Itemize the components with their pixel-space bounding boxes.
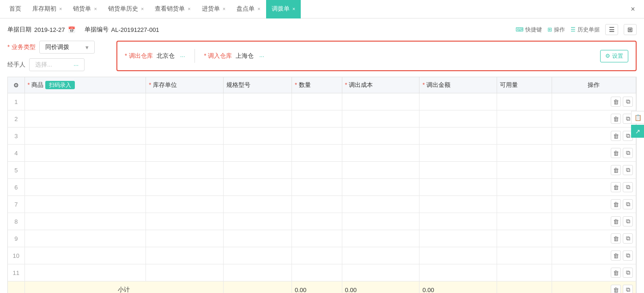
side-note-btn[interactable]: 📋 [631,111,644,124]
cell-5-3[interactable] [292,162,342,179]
cell-2-2[interactable] [223,110,292,128]
cell-4-2[interactable] [223,145,292,162]
grid-view-btn[interactable]: ⊞ [624,24,637,35]
side-export-btn[interactable]: ↗ [631,125,644,138]
cell-10-5[interactable] [419,247,497,264]
cell-1-6[interactable] [497,93,552,110]
cell-3-6[interactable] [497,128,552,145]
cell-5-2[interactable] [223,162,292,179]
delete-btn-6[interactable]: 🗑 [611,182,621,192]
cell-7-5[interactable] [419,196,497,213]
cell-4-5[interactable] [419,145,497,162]
copy-btn-9[interactable]: ⧉ [623,233,633,244]
cell-10-4[interactable] [342,247,419,264]
cell-7-1[interactable] [146,196,224,213]
cell-7-0[interactable] [24,196,146,213]
tab-close-inventory-init[interactable]: × [59,6,62,12]
copy-btn-4[interactable]: ⧉ [623,148,633,158]
cell-9-1[interactable] [146,230,224,247]
window-close-button[interactable]: × [626,2,640,17]
tab-sales-history[interactable]: 销货单历史 × [103,0,149,18]
cell-8-2[interactable] [223,213,292,230]
cell-2-5[interactable] [419,110,497,128]
tab-transfer-order[interactable]: 调拨单 × [266,0,301,18]
delete-btn-3[interactable]: 🗑 [611,131,621,141]
cell-6-4[interactable] [342,179,419,196]
delete-btn-1[interactable]: 🗑 [611,97,621,107]
cell-2-6[interactable] [497,110,552,128]
cell-3-2[interactable] [223,128,292,145]
cell-11-3[interactable] [292,264,342,281]
cell-8-3[interactable] [292,213,342,230]
copy-btn-5[interactable]: ⧉ [623,165,633,175]
cell-4-4[interactable] [342,145,419,162]
cell-1-4[interactable] [342,93,419,110]
cell-10-3[interactable] [292,247,342,264]
cell-10-0[interactable] [24,247,146,264]
cell-2-4[interactable] [342,110,419,128]
cell-9-5[interactable] [419,230,497,247]
cell-7-6[interactable] [497,196,552,213]
calendar-icon[interactable]: 📅 [68,26,75,33]
copy-btn-7[interactable]: ⧉ [623,199,633,209]
cell-5-0[interactable] [24,162,146,179]
cell-3-0[interactable] [24,128,146,145]
cell-11-4[interactable] [342,264,419,281]
tab-inventory-init[interactable]: 库存期初 × [27,0,67,18]
cell-11-1[interactable] [146,264,224,281]
cell-6-0[interactable] [24,179,146,196]
delete-btn-5[interactable]: 🗑 [611,165,621,175]
cell-1-5[interactable] [419,93,497,110]
tab-inventory-check[interactable]: 盘点单 × [231,0,266,18]
cell-5-5[interactable] [419,162,497,179]
tab-sales-order[interactable]: 销货单 × [67,0,102,18]
cell-11-2[interactable] [223,264,292,281]
source-warehouse-dots[interactable]: ··· [180,53,185,60]
cell-8-0[interactable] [24,213,146,230]
cell-9-2[interactable] [223,230,292,247]
cell-3-3[interactable] [292,128,342,145]
cell-9-4[interactable] [342,230,419,247]
delete-btn-4[interactable]: 🗑 [611,148,621,158]
target-warehouse-dots[interactable]: ··· [259,53,264,60]
copy-btn-10[interactable]: ⧉ [623,250,633,261]
cell-10-1[interactable] [146,247,224,264]
shortcut-btn[interactable]: ⌨ 快捷键 [516,26,542,34]
cell-3-5[interactable] [419,128,497,145]
tab-close-sales-history[interactable]: × [141,6,144,12]
cell-1-0[interactable] [24,93,146,110]
subtotal-delete-btn[interactable]: 🗑 [611,285,621,293]
cell-4-6[interactable] [497,145,552,162]
cell-5-1[interactable] [146,162,224,179]
tab-close-purchase-order[interactable]: × [223,6,225,12]
delete-btn-7[interactable]: 🗑 [611,199,621,209]
business-type-dropdown[interactable]: 同价调拨 ▾ [39,41,95,54]
cell-6-1[interactable] [146,179,224,196]
tab-close-sales-order[interactable]: × [94,6,97,12]
cell-9-3[interactable] [292,230,342,247]
cell-6-2[interactable] [223,179,292,196]
cell-10-2[interactable] [223,247,292,264]
cell-5-4[interactable] [342,162,419,179]
gear-header-icon[interactable]: ⚙ [13,82,19,89]
delete-btn-2[interactable]: 🗑 [611,114,621,124]
cell-7-2[interactable] [223,196,292,213]
cell-4-0[interactable] [24,145,146,162]
cell-8-6[interactable] [497,213,552,230]
cell-10-6[interactable] [497,247,552,264]
cell-6-3[interactable] [292,179,342,196]
cell-11-5[interactable] [419,264,497,281]
copy-btn-8[interactable]: ⧉ [623,216,633,226]
copy-btn-11[interactable]: ⧉ [623,268,633,278]
operator-dropdown[interactable]: 选择... ··· [29,58,85,71]
cell-1-2[interactable] [223,93,292,110]
cell-6-6[interactable] [497,179,552,196]
cell-2-3[interactable] [292,110,342,128]
scan-entry-btn[interactable]: 扫码录入 [45,81,75,89]
history-btn[interactable]: ☰ 历史单据 [571,26,600,34]
cell-11-6[interactable] [497,264,552,281]
cell-9-6[interactable] [497,230,552,247]
operation-btn[interactable]: ⊞ 操作 [547,26,565,34]
subtotal-copy-btn[interactable]: ⧉ [623,285,633,293]
delete-btn-10[interactable]: 🗑 [611,250,621,261]
